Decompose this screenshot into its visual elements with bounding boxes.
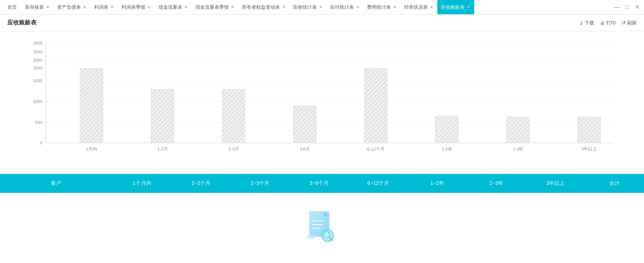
th-1-2year: 1~2年 — [408, 180, 467, 187]
svg-text:1000: 1000 — [33, 99, 42, 104]
download-icon: ⤓ — [579, 20, 583, 26]
bar-1-2month — [151, 89, 174, 143]
svg-text:2500: 2500 — [33, 66, 42, 70]
svg-text:3年以上: 3年以上 — [581, 147, 597, 151]
svg-text:2-3月: 2-3月 — [228, 147, 239, 151]
header-actions: ⤓ 下载 🖨 打印 ↺ 刷新 — [579, 20, 637, 26]
th-6-12month: 6~12个月 — [349, 180, 408, 187]
tab-close-equity[interactable]: ✕ — [282, 5, 285, 9]
svg-text:2500: 2500 — [33, 41, 42, 45]
bar-3-6month — [293, 106, 316, 143]
main-content: 0 500 1000 1500 2000 2500 2500 2500 1月内 … — [0, 31, 644, 263]
tab-expense-stat[interactable]: 费用统计表 ✕ — [363, 0, 400, 15]
th-total: 合计 — [585, 180, 644, 187]
tab-bar: 首页 库存核算 ✕ 资产负债表 ✕ 利润表 ✕ 利润表季报 ✕ 现金流量表 ✕ … — [0, 0, 644, 15]
print-button[interactable]: 🖨 打印 — [600, 20, 616, 26]
empty-state — [0, 193, 644, 263]
tab-equity[interactable]: 所有者权益变动表 ✕ — [238, 0, 289, 15]
svg-text:2-3年: 2-3年 — [513, 147, 523, 151]
page-header: 应收账龄表 ⤓ 下载 🖨 打印 ↺ 刷新 — [0, 15, 644, 31]
tab-profit-quarterly[interactable]: 利润表季报 ✕ — [118, 0, 155, 15]
tab-ap-stat[interactable]: 应付统计表 ✕ — [326, 0, 363, 15]
download-button[interactable]: ⤓ 下载 — [579, 20, 594, 26]
svg-point-36 — [307, 235, 315, 239]
tab-ar-stat[interactable]: 应收统计表 ✕ — [289, 0, 326, 15]
tab-close-cashflow[interactable]: ✕ — [184, 5, 188, 9]
minimize-icon[interactable]: — — [612, 3, 621, 12]
svg-text:1-2年: 1-2年 — [442, 147, 452, 151]
bar-chart: 0 500 1000 1500 2000 2500 2500 2500 1月内 … — [15, 39, 629, 167]
th-3-6month: 3~6个月 — [289, 180, 348, 187]
svg-text:0: 0 — [40, 141, 42, 145]
tab-ar-aging[interactable]: 应收账龄表 ✕ — [437, 0, 474, 15]
table-header: 客户 1个月内 1~2个月 2~3个月 3~6个月 6~12个月 1~2年 2~… — [0, 174, 644, 193]
tab-close-ap-stat[interactable]: ✕ — [356, 5, 359, 9]
refresh-button[interactable]: ↺ 刷新 — [622, 20, 637, 26]
tab-cashflow-quarterly[interactable]: 现金流量表季报 ✕ — [192, 0, 238, 15]
th-3yearplus: 3年以上 — [526, 180, 585, 187]
tab-home[interactable]: 首页 — [3, 4, 21, 11]
svg-text:2000: 2000 — [33, 58, 42, 62]
svg-text:6-12个月: 6-12个月 — [367, 147, 384, 151]
tab-close-inventory[interactable]: ✕ — [46, 5, 49, 9]
th-1month: 1个月内 — [112, 180, 171, 187]
bar-1month — [80, 69, 103, 143]
bar-1-2year — [435, 116, 458, 143]
bar-2-3year — [506, 117, 529, 143]
svg-text:500: 500 — [35, 120, 42, 125]
th-2-3year: 2~3年 — [467, 180, 526, 187]
svg-point-37 — [323, 236, 329, 240]
tab-cashflow[interactable]: 现金流量表 ✕ — [155, 0, 192, 15]
tab-close-ar-stat[interactable]: ✕ — [319, 5, 322, 9]
svg-text:1500: 1500 — [33, 79, 42, 83]
tab-bar-right: — □ ✕ — [612, 2, 641, 12]
tab-close-profit-quarterly[interactable]: ✕ — [147, 5, 151, 9]
svg-text:2500: 2500 — [33, 50, 42, 54]
chart-area: 0 500 1000 1500 2000 2500 2500 2500 1月内 … — [0, 31, 644, 174]
svg-text:1-2月: 1-2月 — [157, 147, 168, 151]
svg-text:1月内: 1月内 — [86, 147, 97, 151]
bar-2-3month — [222, 89, 245, 143]
tab-close-balance[interactable]: ✕ — [83, 5, 86, 9]
bar-6-12month — [364, 69, 387, 143]
tab-close-profit[interactable]: ✕ — [111, 5, 114, 9]
tab-inventory[interactable]: 库存核算 ✕ — [21, 0, 53, 15]
tab-close-cashflow-quarterly[interactable]: ✕ — [231, 5, 234, 9]
th-1-2month: 1~2个月 — [171, 180, 230, 187]
tab-profit[interactable]: 利润表 ✕ — [90, 0, 118, 15]
maximize-icon[interactable]: □ — [624, 3, 630, 12]
th-customer: 客户 — [0, 180, 112, 187]
th-2-3month: 2~3个月 — [231, 180, 289, 187]
print-icon: 🖨 — [600, 20, 605, 26]
page-title: 应收账龄表 — [7, 19, 37, 27]
refresh-icon: ↺ — [622, 20, 626, 26]
empty-illustration — [304, 209, 340, 249]
bar-3yearplus — [577, 117, 600, 143]
tab-close-operation[interactable]: ✕ — [430, 5, 433, 9]
close-window-icon[interactable]: ✕ — [633, 2, 641, 12]
tab-close-expense-stat[interactable]: ✕ — [393, 5, 396, 9]
tab-close-ar-aging[interactable]: ✕ — [467, 5, 470, 9]
tab-balance[interactable]: 资产负债表 ✕ — [53, 0, 90, 15]
svg-text:3-6月: 3-6月 — [299, 147, 310, 151]
tab-operation[interactable]: 经营状况表 ✕ — [400, 0, 437, 15]
